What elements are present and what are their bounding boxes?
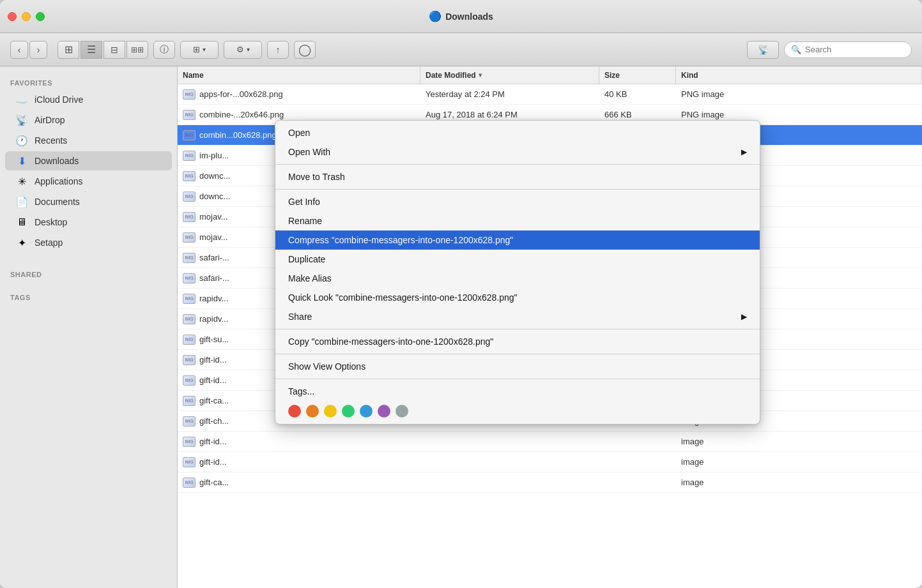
back-button[interactable]: ‹ [10, 41, 28, 59]
column-header-date[interactable]: Date Modified ▾ [420, 66, 599, 84]
info-icon: ⓘ [160, 44, 169, 56]
table-row[interactable]: IMG gift-id... image [178, 432, 922, 452]
quick-look-label: Quick Look "combine-messagers-into-one-1… [288, 292, 518, 303]
share-button[interactable]: ↑ [267, 41, 289, 59]
context-menu-share[interactable]: Share ▶ [275, 307, 760, 326]
table-row[interactable]: IMG gift-id... image [178, 452, 922, 472]
file-thumbnail: IMG [183, 253, 196, 263]
context-menu-separator [275, 329, 760, 329]
close-button[interactable] [8, 12, 17, 21]
window-title-text: Downloads [445, 11, 493, 22]
tag-orange[interactable] [306, 405, 319, 418]
context-menu-get-info[interactable]: Get Info [275, 192, 760, 211]
file-thumbnail: IMG [183, 294, 196, 304]
file-list-header: Name Date Modified ▾ Size Kind [178, 66, 922, 84]
tag-yellow[interactable] [324, 405, 337, 418]
table-row[interactable]: IMG gift-ca... image [178, 472, 922, 493]
action-button[interactable]: ⚙ ▾ [224, 41, 262, 59]
file-thumbnail: IMG [183, 335, 196, 345]
search-bar[interactable]: 🔍 [784, 41, 912, 58]
context-menu-tags[interactable]: Tags... [275, 382, 760, 401]
sidebar-item-label: Recents [35, 135, 67, 146]
group-button[interactable]: ⊞ ▾ [180, 41, 219, 59]
file-thumbnail: IMG [183, 396, 196, 406]
context-menu-copy[interactable]: Copy "combine-messagers-into-one-1200x62… [275, 332, 760, 351]
sidebar-item-setapp[interactable]: ✦ Setapp [5, 233, 172, 252]
nav-buttons: ‹ › [10, 41, 47, 59]
title-bar: 🔵 Downloads [0, 0, 922, 33]
sidebar-item-desktop[interactable]: 🖥 Desktop [5, 213, 172, 232]
make-alias-label: Make Alias [288, 273, 332, 283]
sort-arrow-icon: ▾ [479, 72, 482, 79]
back-icon: ‹ [18, 45, 21, 55]
search-input[interactable] [805, 45, 905, 54]
toolbar: ‹ › ⊞ ☰ ⊟ ⊞⊞ ⓘ ⊞ ▾ [0, 33, 922, 66]
file-size-cell: 666 KB [599, 110, 676, 119]
file-name-cell: IMG combine-...20x646.png [178, 110, 420, 120]
sidebar-item-downloads[interactable]: ⬇ Downloads [5, 151, 172, 170]
search-icon: 🔍 [791, 45, 801, 54]
view-list-button[interactable]: ☰ [81, 41, 102, 59]
duplicate-label: Duplicate [288, 254, 325, 264]
file-name-cell: IMG gift-id... [178, 457, 420, 467]
context-menu-move-to-trash[interactable]: Move to Trash [275, 167, 760, 186]
get-info-label: Get Info [288, 197, 320, 207]
show-view-options-label: Show View Options [288, 361, 365, 372]
info-button[interactable]: ⓘ [153, 41, 175, 59]
tag-green[interactable] [342, 405, 355, 418]
sidebar-item-label: Setapp [35, 237, 63, 248]
tag-gray[interactable] [396, 405, 408, 418]
file-thumbnail: IMG [183, 314, 196, 324]
view-icon-button[interactable]: ⊞ [58, 41, 79, 59]
context-menu-make-alias[interactable]: Make Alias [275, 269, 760, 288]
context-menu-quick-look[interactable]: Quick Look "combine-messagers-into-one-1… [275, 288, 760, 307]
grid-icon: ⊞ [65, 43, 73, 56]
action-arrow-icon: ▾ [247, 46, 250, 53]
sidebar-item-icloud-drive[interactable]: ☁️ iCloud Drive [5, 90, 172, 109]
airdrop-button[interactable]: 📡 [747, 41, 779, 59]
file-kind-cell: image [676, 478, 922, 487]
applications-icon: ✳ [15, 175, 28, 188]
file-kind-cell: image [676, 457, 922, 467]
context-menu: Open Open With ▶ Move to Trash Get Info … [275, 120, 760, 425]
file-thumbnail: IMG [183, 212, 196, 222]
context-menu-compress[interactable]: Compress "combine-messagers-into-one-120… [275, 230, 760, 250]
column-header-name[interactable]: Name [178, 66, 420, 84]
view-gallery-button[interactable]: ⊞⊞ [127, 41, 148, 59]
minimize-button[interactable] [22, 12, 31, 21]
sidebar-item-airdrop[interactable]: 📡 AirDrop [5, 110, 172, 130]
column-name-label: Name [183, 71, 204, 80]
tags-section-title: Tags [0, 286, 177, 304]
favorites-section-title: Favorites [0, 72, 177, 89]
tag-blue[interactable] [360, 405, 373, 418]
context-menu-duplicate[interactable]: Duplicate [275, 250, 760, 269]
tag-purple[interactable] [378, 405, 390, 418]
window-title: 🔵 Downloads [429, 10, 493, 22]
table-row[interactable]: IMG apps-for-...00x628.png Yesterday at … [178, 84, 922, 105]
file-name-cell: IMG gift-id... [178, 437, 420, 447]
sidebar-item-recents[interactable]: 🕐 Recents [5, 131, 172, 150]
view-column-button[interactable]: ⊟ [104, 41, 125, 59]
context-menu-open-with[interactable]: Open With ▶ [275, 142, 760, 162]
tag-red[interactable] [288, 405, 301, 418]
file-date-cell: Aug 17, 2018 at 6:24 PM [420, 110, 599, 119]
sidebar: Favorites ☁️ iCloud Drive 📡 AirDrop 🕐 Re… [0, 66, 178, 588]
context-menu-rename[interactable]: Rename [275, 211, 760, 230]
share-icon: ↑ [276, 45, 280, 55]
file-thumbnail: IMG [183, 437, 196, 447]
file-thumbnail: IMG [183, 375, 196, 386]
context-menu-separator [275, 189, 760, 190]
recents-icon: 🕐 [15, 134, 28, 147]
forward-button[interactable]: › [29, 41, 47, 59]
move-to-trash-label: Move to Trash [288, 172, 345, 182]
column-header-size[interactable]: Size [599, 66, 676, 84]
maximize-button[interactable] [36, 12, 45, 21]
forward-icon: › [37, 45, 40, 55]
context-menu-open[interactable]: Open [275, 123, 760, 142]
tags-label: Tags... [288, 386, 314, 396]
tag-button[interactable]: ◯ [294, 41, 316, 59]
sidebar-item-applications[interactable]: ✳ Applications [5, 172, 172, 191]
column-header-kind[interactable]: Kind [676, 66, 922, 84]
context-menu-show-view-options[interactable]: Show View Options [275, 357, 760, 376]
sidebar-item-documents[interactable]: 📄 Documents [5, 192, 172, 211]
